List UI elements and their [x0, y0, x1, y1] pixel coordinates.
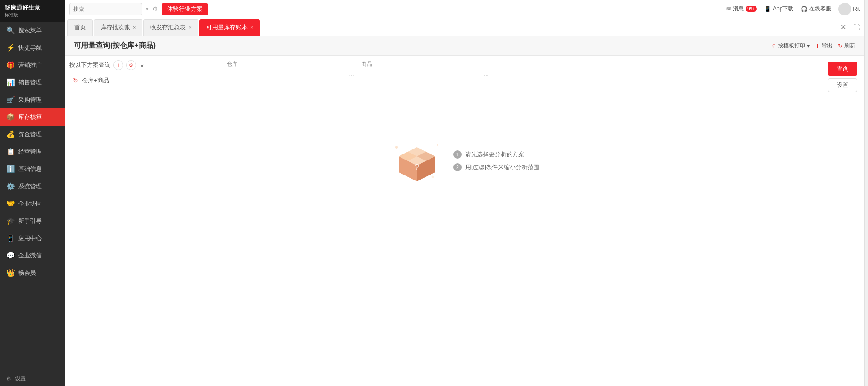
sidebar-icon: 👑: [6, 269, 15, 277]
sidebar-header: 畅康通好生意 标准版: [0, 0, 65, 22]
sidebar-item-label: 应用中心: [18, 234, 42, 242]
export-action[interactable]: ⬆ 导出: [815, 42, 832, 50]
message-badge: 99+: [746, 6, 757, 12]
avatar: [838, 3, 851, 15]
app-name: 畅康通好生意: [5, 4, 40, 12]
tabs-bar: 首页库存批次账×收发存汇总表×可用量库存账本× ✕ ⛶: [65, 18, 864, 36]
sidebar-item-新手引导[interactable]: 🎓新手引导: [0, 212, 65, 230]
sidebar-icon: 💰: [6, 130, 15, 139]
empty-illustration: ?: [390, 134, 444, 188]
sidebar-item-快捷导航[interactable]: ⚡快捷导航: [0, 39, 65, 57]
tabs-end: ✕ ⛶: [838, 21, 862, 33]
tab-可用量库存账本[interactable]: 可用量库存账本×: [199, 19, 260, 36]
sidebar-item-label: 销售管理: [18, 78, 42, 87]
tab-收发存汇总表[interactable]: 收发存汇总表×: [143, 19, 198, 36]
sidebar-bottom-label: 设置: [15, 375, 26, 382]
tab-close-button[interactable]: ×: [133, 25, 136, 30]
filter-left-panel: 按以下方案查询 + ⚙ « ↻ 仓库+商品: [65, 56, 219, 97]
query-button[interactable]: 查询: [828, 62, 857, 76]
refresh-action[interactable]: ↻ 刷新: [838, 42, 855, 50]
refresh-label: 刷新: [844, 42, 855, 50]
sidebar-item-资金管理[interactable]: 💰资金管理: [0, 126, 65, 143]
filter-option-warehouse-goods[interactable]: ↻ 仓库+商品: [69, 74, 214, 87]
sidebar-item-label: 快捷导航: [18, 44, 42, 52]
expand-icon[interactable]: ⛶: [852, 22, 862, 33]
warehouse-input[interactable]: [227, 72, 346, 79]
warehouse-more-icon[interactable]: ···: [349, 72, 354, 79]
filter-right-panel: 仓库 ··· 商品 ··· 查询 设置: [219, 56, 864, 97]
industry-btn[interactable]: 体验行业方案: [162, 3, 208, 15]
sidebar-icon: 📱: [6, 234, 15, 242]
app-download-label: App下载: [773, 5, 793, 13]
print-action[interactable]: 🖨 按模板打印 ▾: [771, 42, 810, 50]
sidebar-item-label: 基础信息: [18, 165, 42, 173]
sidebar-item-企业协同[interactable]: 🤝企业协同: [0, 195, 65, 212]
print-dropdown-icon[interactable]: ▾: [807, 43, 810, 49]
sidebar-item-销售管理[interactable]: 📊销售管理: [0, 74, 65, 91]
warehouse-filter-group: 仓库 ···: [227, 60, 354, 81]
print-label: 按模板打印: [778, 42, 805, 50]
sidebar-icon: ℹ️: [6, 165, 15, 173]
message-label: 消息: [733, 5, 744, 13]
tab-库存批次账[interactable]: 库存批次账×: [94, 19, 142, 36]
settings-scheme-button[interactable]: ⚙: [126, 60, 136, 70]
sidebar-icon: 📦: [6, 113, 15, 121]
empty-tips: 1请先选择要分析的方案2用[过滤]条件来缩小分析范围: [453, 150, 539, 171]
sidebar-item-企业微信[interactable]: 💬企业微信: [0, 247, 65, 264]
online-service-label: 在线客服: [809, 5, 831, 13]
sidebar-item-库存核算[interactable]: 📦库存核算: [0, 108, 65, 126]
page-content: 可用量查询(按仓库+商品) 🖨 按模板打印 ▾ ⬆ 导出 ↻ 刷新: [65, 36, 864, 386]
export-icon: ⬆: [815, 43, 820, 49]
tab-close-button[interactable]: ×: [250, 25, 253, 30]
search-input[interactable]: [73, 6, 138, 12]
sidebar-icon: 🎁: [6, 61, 15, 69]
collapse-button[interactable]: «: [141, 62, 144, 69]
message-action[interactable]: ✉ 消息 99+: [726, 5, 757, 13]
user-info[interactable]: Rit: [838, 3, 860, 15]
filter-icons: + ⚙: [113, 60, 136, 70]
sidebar-bottom[interactable]: ⚙ 设置: [0, 371, 65, 386]
goods-input[interactable]: [361, 72, 481, 79]
empty-state: ? 1请先选择要分析的方案2用[过滤]条件来缩小分析范围: [65, 97, 864, 225]
sidebar-icon: 🔍: [6, 26, 15, 35]
app-download-action[interactable]: 📱 App下载: [764, 5, 793, 13]
tab-close-button[interactable]: ×: [188, 25, 191, 30]
tab-label: 库存批次账: [101, 23, 130, 31]
sidebar-item-系统管理[interactable]: ⚙️系统管理: [0, 178, 65, 195]
empty-tip-1: 1请先选择要分析的方案: [453, 150, 539, 159]
settings-icon[interactable]: ⚙: [152, 5, 158, 12]
sidebar-icon: 🎓: [6, 217, 15, 225]
sidebar-item-label: 营销推广: [18, 61, 42, 69]
sidebar-icon: 💬: [6, 252, 15, 260]
add-scheme-button[interactable]: +: [113, 60, 123, 70]
goods-input-wrapper: ···: [361, 70, 489, 81]
sidebar: 畅康通好生意 标准版 🔍搜索菜单⚡快捷导航🎁营销推广📊销售管理🛒采购管理📦库存核…: [0, 0, 65, 386]
search-box[interactable]: [69, 3, 142, 15]
mobile-icon: 📱: [764, 6, 771, 12]
sidebar-item-label: 企业微信: [18, 252, 42, 260]
empty-tip-2: 2用[过滤]条件来缩小分析范围: [453, 163, 539, 171]
svg-point-7: [437, 144, 438, 146]
dropdown-icon[interactable]: ▾: [146, 5, 149, 12]
sidebar-item-搜索菜单[interactable]: 🔍搜索菜单: [0, 22, 65, 39]
goods-more-icon[interactable]: ···: [483, 72, 489, 79]
topbar: ▾ ⚙ 体验行业方案 ✉ 消息 99+ 📱 App下载 🎧 在线客服 Rit: [65, 0, 864, 18]
close-all-tabs-button[interactable]: ✕: [838, 21, 848, 33]
sidebar-item-畅会员[interactable]: 👑畅会员: [0, 264, 65, 282]
sidebar-item-label: 资金管理: [18, 130, 42, 139]
sidebar-item-采购管理[interactable]: 🛒采购管理: [0, 91, 65, 108]
sidebar-item-经营管理[interactable]: 📋经营管理: [0, 143, 65, 160]
export-label: 导出: [822, 42, 832, 50]
sidebar-item-营销推广[interactable]: 🎁营销推广: [0, 57, 65, 74]
sidebar-item-应用中心[interactable]: 📱应用中心: [0, 230, 65, 247]
tab-label: 可用量库存账本: [206, 23, 248, 31]
sidebar-item-基础信息[interactable]: ℹ️基础信息: [0, 160, 65, 178]
online-service-action[interactable]: 🎧 在线客服: [801, 5, 831, 13]
sidebar-item-label: 采购管理: [18, 96, 42, 104]
sidebar-icon: 📋: [6, 148, 15, 156]
sidebar-item-label: 搜索菜单: [18, 26, 42, 35]
sidebar-item-label: 库存核算: [18, 113, 42, 121]
sidebar-icon: 🛒: [6, 96, 15, 104]
settings-button[interactable]: 设置: [828, 78, 857, 92]
tab-首页[interactable]: 首页: [67, 19, 93, 36]
